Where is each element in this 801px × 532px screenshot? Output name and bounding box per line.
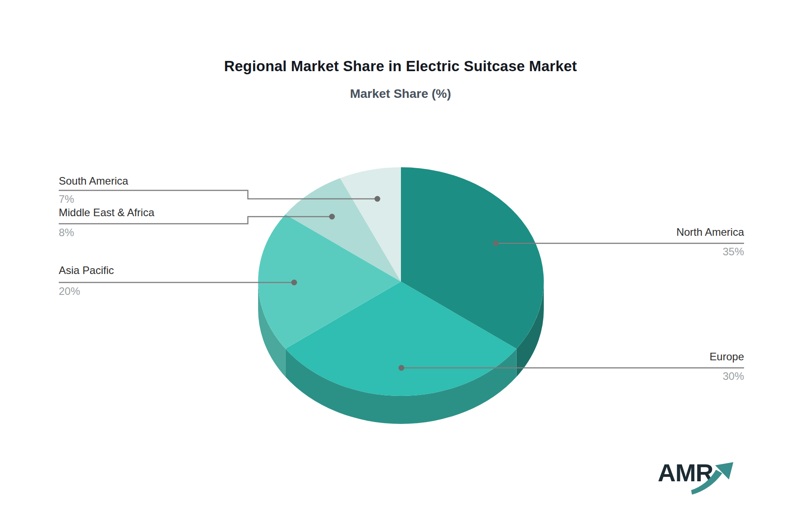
chart-stage: Regional Market Share in Electric Suitca… — [0, 0, 801, 532]
pie-chart — [0, 0, 801, 532]
slice-label-europe: Europe — [710, 351, 744, 363]
slice-value-middle-east-africa: 8% — [59, 227, 74, 238]
leader-dot-north-america — [493, 241, 499, 246]
slice-label-asia-pacific: Asia Pacific — [59, 265, 114, 276]
slice-label-north-america: North America — [676, 226, 744, 238]
slice-value-europe: 30% — [723, 371, 744, 382]
slice-value-south-america: 7% — [59, 193, 74, 205]
slice-value-asia-pacific: 20% — [59, 286, 80, 297]
leader-dot-south-america — [375, 196, 380, 202]
leader-dot-middle-east-africa — [329, 214, 335, 220]
slice-label-south-america: South America — [59, 175, 128, 187]
logo-arrow-icon — [688, 457, 739, 500]
leader-dot-europe — [399, 365, 405, 371]
slice-value-north-america: 35% — [723, 246, 744, 258]
amr-logo: AMR — [658, 458, 756, 507]
logo-arrow-swoosh — [691, 470, 722, 495]
slice-label-middle-east-africa: Middle East & Africa — [59, 207, 154, 218]
leader-dot-asia-pacific — [291, 280, 297, 286]
